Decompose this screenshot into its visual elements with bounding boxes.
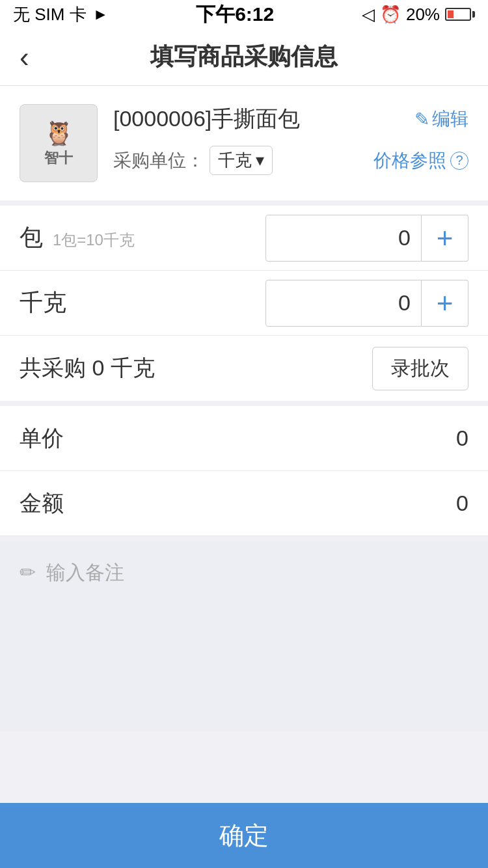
product-info: [0000006]手撕面包 ✎ 编辑 采购单位： 千克 ▾ 价格参照 ?: [113, 104, 468, 175]
amount-value: 0: [456, 491, 468, 516]
unit-value: 千克: [218, 149, 252, 172]
wifi-icon: ►: [93, 5, 109, 23]
note-icon: ✏: [20, 561, 36, 584]
note-section[interactable]: ✏ 输入备注: [0, 536, 488, 731]
price-ref-help-icon: ?: [450, 152, 468, 170]
nav-bar: ‹ 填写商品采购信息: [0, 29, 488, 86]
input-section: 包 1包=10千克 0 + 千克 0 +: [0, 206, 488, 336]
product-name: [0000006]手撕面包: [113, 104, 300, 134]
kg-label-group: 千克: [20, 287, 98, 319]
status-time: 下午6:12: [196, 1, 274, 28]
product-logo: 🦉 智十: [44, 119, 74, 167]
alarm-icon: ⏰: [380, 5, 401, 25]
amount-row: 金额 0: [0, 471, 488, 536]
edit-button[interactable]: ✎ 编辑: [414, 107, 468, 131]
bag-sub-label: 1包=10千克: [53, 231, 135, 249]
product-card: 🦉 智十 [0000006]手撕面包 ✎ 编辑 采购单位： 千克 ▾: [0, 86, 488, 206]
price-ref-button[interactable]: 价格参照 ?: [373, 148, 468, 173]
unit-label: 采购单位：: [113, 148, 204, 173]
bag-input[interactable]: 0: [265, 215, 422, 262]
bag-input-row: 包 1包=10千克 0 +: [0, 206, 488, 271]
confirm-button[interactable]: 确定: [0, 803, 488, 868]
battery-icon: [445, 8, 475, 21]
product-name-row: [0000006]手撕面包 ✎ 编辑: [113, 104, 468, 134]
total-row: 共采购 0 千克 录批次: [0, 336, 488, 401]
back-button[interactable]: ‹: [20, 41, 29, 74]
bag-label: 包: [20, 224, 43, 251]
price-ref-label: 价格参照: [373, 148, 446, 173]
note-input[interactable]: 输入备注: [46, 560, 124, 586]
bag-label-group: 包 1包=10千克: [20, 222, 135, 254]
status-left: 无 SIM 卡 ►: [13, 3, 108, 26]
record-batch-button[interactable]: 录批次: [372, 347, 468, 390]
location-icon: ◁: [362, 5, 375, 25]
dropdown-icon: ▾: [256, 150, 264, 170]
unit-price-value: 0: [456, 426, 468, 451]
total-section: 共采购 0 千克 录批次: [0, 336, 488, 406]
unit-price-label: 单价: [20, 424, 64, 454]
edit-icon: ✎: [414, 109, 429, 130]
price-info-section: 单价 0 金额 0: [0, 406, 488, 536]
unit-row: 采购单位： 千克 ▾ 价格参照 ?: [113, 146, 468, 175]
kg-input[interactable]: 0: [265, 280, 422, 327]
status-bar: 无 SIM 卡 ► 下午6:12 ◁ ⏰ 20%: [0, 0, 488, 29]
bag-input-group: 0 +: [265, 215, 468, 262]
battery-percentage: 20%: [406, 5, 440, 25]
amount-label: 金额: [20, 489, 64, 519]
kg-plus-button[interactable]: +: [422, 280, 468, 327]
status-right: ◁ ⏰ 20%: [362, 5, 475, 25]
page-title: 填写商品采购信息: [150, 41, 338, 73]
bag-plus-button[interactable]: +: [422, 215, 468, 262]
kg-label: 千克: [20, 289, 66, 316]
unit-price-row: 单价 0: [0, 406, 488, 471]
kg-input-row: 千克 0 +: [0, 271, 488, 336]
sim-status: 无 SIM 卡: [13, 3, 87, 26]
total-text: 共采购 0 千克: [20, 353, 155, 383]
product-image: 🦉 智十: [20, 104, 98, 182]
kg-input-group: 0 +: [265, 280, 468, 327]
unit-select[interactable]: 千克 ▾: [210, 146, 273, 175]
